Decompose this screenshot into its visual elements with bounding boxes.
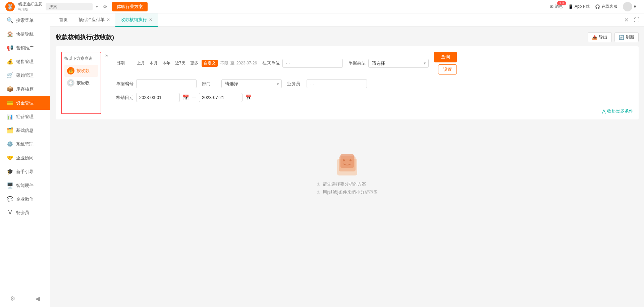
verify-date-end-cal-icon[interactable]: 📅 — [245, 94, 252, 101]
online-service-button[interactable]: 🎧 在线客服 — [595, 4, 618, 9]
tab-bar-actions: ✕ ⛶ — [623, 15, 641, 24]
filter-option-by-receipt[interactable]: 💰 按收款 — [64, 65, 98, 77]
collapse-more-label: 收起更多条件 — [607, 108, 633, 114]
tab-prepay-close[interactable]: ✕ — [107, 17, 110, 22]
empty-icon — [332, 150, 362, 177]
filter-form: 日期 上月 本月 本年 近7天 更多 自定义 不限 — [116, 52, 633, 114]
avatar-image — [623, 2, 632, 11]
finance-icon: 💳 — [7, 100, 13, 106]
partner-select-button[interactable]: ··· — [282, 59, 343, 68]
content-area: 首页 预付冲应付单 ✕ 收款核销执行 ✕ ✕ ⛶ 收款核销执行(按收款) — [50, 13, 644, 307]
sidebar-item-guide[interactable]: 🎓 新手引导 — [0, 165, 50, 178]
sidebar-item-purchase[interactable]: 🛒 采购管理 — [0, 68, 50, 82]
tab-prepay[interactable]: 预付冲应付单 ✕ — [73, 13, 115, 27]
date-shortcut-last-month[interactable]: 上月 — [136, 60, 146, 67]
sidebar-label-purchase: 采购管理 — [16, 72, 34, 79]
collapse-more-icon: ⋀ — [602, 109, 606, 114]
refresh-label: 刷新 — [626, 34, 634, 40]
date-shortcut-this-year[interactable]: 本年 — [161, 60, 172, 67]
staff-select-button[interactable]: ··· — [307, 79, 367, 88]
verify-date-label: 核销日期 — [116, 95, 133, 101]
sidebar-item-wechat[interactable]: 💬 企业微信 — [0, 192, 50, 206]
sidebar-settings-icon[interactable]: ⚙ — [8, 293, 17, 304]
collapse-more-button[interactable]: ⋀ 收起更多条件 — [602, 108, 633, 114]
sidebar-item-hardware[interactable]: 🖥️ 智能硬件 — [0, 178, 50, 192]
sidebar-item-member[interactable]: V 畅会员 — [0, 206, 50, 219]
sidebar-collapse-icon[interactable]: ◀ — [33, 293, 42, 304]
query-button[interactable]: 查询 — [434, 52, 457, 62]
sidebar-item-search[interactable]: 🔍 搜索菜单 — [0, 13, 50, 27]
marketing-icon: 📢 — [7, 45, 13, 51]
member-icon: V — [7, 210, 13, 216]
sidebar-item-system[interactable]: ⚙️ 系统管理 — [0, 137, 50, 151]
filter-option-by-receivable[interactable]: 🕐 按应收 — [64, 77, 98, 89]
filter-collapse-toggle[interactable]: » — [105, 52, 112, 114]
settings-button[interactable]: 设置 — [438, 64, 457, 74]
sidebar-item-enterprise[interactable]: 🤝 企业协同 — [0, 151, 50, 165]
date-shortcut-custom[interactable]: 自定义 — [202, 60, 218, 67]
sales-icon: 💰 — [7, 58, 13, 65]
doc-no-input[interactable] — [136, 79, 197, 88]
main-wrapper: 🔍 搜索菜单 🏠 快捷导航 📢 营销推广 💰 销售管理 🛒 采购管理 📦 库存核… — [0, 13, 644, 307]
verify-date-start-input[interactable] — [136, 93, 180, 102]
date-to-value: 2023-07-26 — [236, 61, 257, 65]
tab-bar: 首页 预付冲应付单 ✕ 收款核销执行 ✕ ✕ ⛶ — [50, 13, 644, 27]
sidebar-item-sales[interactable]: 💰 销售管理 — [0, 55, 50, 68]
export-label: 导出 — [599, 34, 607, 40]
sidebar-item-marketing[interactable]: 📢 营销推广 — [0, 41, 50, 55]
search-input[interactable] — [46, 3, 93, 10]
page-title: 收款核销执行(按收款) — [56, 33, 114, 41]
doc-type-select[interactable]: 请选择 — [368, 59, 429, 68]
industry-button[interactable]: 体验行业方案 — [112, 2, 148, 11]
sidebar-item-operation[interactable]: 📊 经营管理 — [0, 110, 50, 123]
basic-icon: 🗂️ — [7, 127, 13, 134]
date-shortcut-more[interactable]: 更多 — [189, 60, 200, 67]
filter-row-1: 日期 上月 本月 本年 近7天 更多 自定义 不限 — [116, 52, 633, 74]
purchase-icon: 🛒 — [7, 72, 13, 79]
dept-select-wrapper: 请选择 — [221, 79, 282, 88]
dept-field: 部门 请选择 — [202, 79, 282, 88]
sidebar-item-shortcut[interactable]: 🏠 快捷导航 — [0, 27, 50, 41]
inventory-icon: 📦 — [7, 86, 13, 92]
page-header: 收款核销执行(按收款) 📤 导出 🔄 刷新 — [56, 32, 639, 42]
filter-row-2: 单据编号 部门 请选择 业务员 — [116, 79, 633, 88]
message-badge: 99+ — [557, 1, 566, 5]
message-button[interactable]: ✉ 消息 99+ — [550, 4, 563, 9]
tab-home[interactable]: 首页 — [54, 13, 73, 27]
sidebar-label-wechat: 企业微信 — [16, 196, 34, 202]
date-shortcut-7days[interactable]: 近7天 — [174, 60, 187, 67]
sidebar-item-basic[interactable]: 🗂️ 基础信息 — [0, 123, 50, 137]
chevron-down-icon[interactable]: ▾ — [96, 4, 98, 9]
sidebar-bottom: ⚙ ◀ — [0, 290, 50, 307]
staff-label: 业务员 — [287, 81, 304, 87]
settings-icon[interactable]: ⚙ — [101, 2, 109, 11]
hardware-icon: 🖥️ — [7, 182, 13, 189]
topbar-left: 🐰 畅捷通好生意 标准版 ▾ ⚙ 体验行业方案 — [5, 1, 148, 12]
app-download-button[interactable]: 📱 App下载 — [568, 4, 590, 9]
date-field: 日期 上月 本月 本年 近7天 更多 自定义 不限 — [116, 60, 257, 67]
refresh-icon: 🔄 — [619, 35, 624, 40]
sidebar-label-hardware: 智能硬件 — [16, 183, 34, 189]
tab-receipt-verify[interactable]: 收款核销执行 ✕ — [115, 13, 158, 27]
empty-hint-1: ① 请先选择要分析的方案 — [317, 181, 377, 187]
date-shortcut-this-month[interactable]: 本月 — [148, 60, 159, 67]
user-avatar[interactable]: Rit — [623, 2, 639, 11]
verify-date-start-cal-icon[interactable]: 📅 — [182, 94, 189, 101]
partner-field: 往来单位 ··· — [262, 59, 343, 68]
filter-row-3: 核销日期 📅 — 📅 — [116, 93, 633, 102]
sidebar-item-finance[interactable]: 💳 资金管理 — [0, 96, 50, 110]
page-actions: 📤 导出 🔄 刷新 — [588, 32, 639, 42]
sidebar-label-shortcut: 快捷导航 — [16, 31, 34, 37]
sidebar-item-inventory[interactable]: 📦 库存核算 — [0, 82, 50, 96]
date-to-sep: 至 — [230, 60, 234, 66]
tab-expand-icon[interactable]: ⛶ — [633, 16, 641, 24]
tab-receipt-verify-label: 收款核销执行 — [121, 17, 147, 23]
verify-date-end-input[interactable] — [199, 93, 243, 102]
tab-receipt-verify-close[interactable]: ✕ — [149, 17, 152, 22]
dept-select[interactable]: 请选择 — [221, 79, 282, 88]
sidebar-label-operation: 经营管理 — [16, 114, 34, 120]
tab-close-all-icon[interactable]: ✕ — [623, 15, 630, 24]
date-unlimit-label: 不限 — [220, 60, 228, 66]
export-button[interactable]: 📤 导出 — [588, 32, 612, 42]
refresh-button[interactable]: 🔄 刷新 — [614, 32, 639, 42]
